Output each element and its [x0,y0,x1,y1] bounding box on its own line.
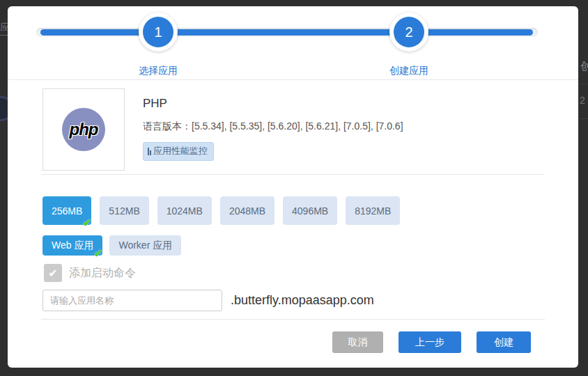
startup-command-label: 添加启动命令 [69,266,136,281]
domain-suffix: .butterfly.mopaasapp.com [231,293,374,308]
app-logo-card: php [42,88,125,171]
startup-command-row: ✔ 添加启动命令 [44,264,578,282]
background-partial-text-right: 创 [580,60,588,73]
step-select-app[interactable]: 1 选择应用 [139,13,178,52]
memory-option-label: 512MB [109,205,139,217]
memory-option-label: 256MB [52,205,82,217]
section-divider [41,174,545,175]
footer-actions: 取消 上一步 创建 [8,320,578,353]
background-divider [579,118,588,119]
performance-monitor-badge: 应用性能监控 [143,142,214,161]
memory-options: 256MB ✔ 512MB 1024MB 2048MB 4096MB 8192M… [42,196,578,225]
app-name-row: .butterfly.mopaasapp.com [42,290,578,311]
startup-command-checkbox[interactable]: ✔ [44,264,62,282]
badge-label: 应用性能监控 [153,145,208,157]
app-type-worker[interactable]: Worker 应用 [109,235,181,256]
app-name-input[interactable] [42,290,222,311]
memory-option-8192mb[interactable]: 8192MB [346,196,400,225]
selected-app-section: php PHP 语言版本：[5.5.34], [5.5.35], [5.6.20… [8,80,578,171]
create-button[interactable]: 创建 [477,331,531,353]
php-logo-icon: php [62,108,105,151]
app-versions: 语言版本：[5.5.34], [5.5.35], [5.6.20], [5.6.… [143,120,403,133]
step-create-app[interactable]: 2 创建应用 [389,13,428,52]
performance-monitor-icon [148,148,151,155]
memory-option-4096mb[interactable]: 4096MB [283,196,337,225]
step-circle: 1 [139,13,178,52]
app-info: PHP 语言版本：[5.5.34], [5.5.35], [5.6.20], [… [143,88,403,171]
app-type-web[interactable]: Web 应用 ✔ [42,235,102,256]
app-type-label: Web 应用 [52,240,93,252]
wizard-stepper: 1 选择应用 2 创建应用 [8,6,578,80]
cancel-button[interactable]: 取消 [332,331,383,353]
app-type-options: Web 应用 ✔ Worker 应用 [42,235,578,256]
step-number: 2 [394,17,424,47]
memory-option-256mb[interactable]: 256MB ✔ [42,196,91,225]
memory-option-label: 2048MB [229,205,265,217]
memory-option-2048mb[interactable]: 2048MB [220,196,274,225]
memory-option-label: 4096MB [292,205,328,217]
background-divider [579,84,588,84]
check-icon: ✔ [83,217,92,228]
step-label: 创建应用 [367,65,451,77]
previous-step-button[interactable]: 上一步 [399,331,461,353]
versions-label: 语言版本： [143,120,192,132]
background-partial-number-right: 2 [580,95,585,106]
stepper-progress-bar [40,29,533,36]
memory-option-512mb[interactable]: 512MB [100,196,148,225]
check-icon: ✔ [94,248,103,258]
memory-option-label: 8192MB [355,205,391,217]
app-type-label: Worker 应用 [118,240,172,252]
app-title: PHP [143,97,403,111]
php-logo-text: php [70,120,98,139]
create-app-modal: 1 选择应用 2 创建应用 php PHP 语言版本：[5.5.34], [5.… [8,6,578,368]
step-circle: 2 [389,13,428,52]
versions-list: [5.5.34], [5.5.35], [5.6.20], [5.6.21], … [192,120,403,132]
step-label: 选择应用 [116,65,200,77]
memory-option-label: 1024MB [167,205,203,217]
step-number: 1 [143,17,173,47]
memory-option-1024mb[interactable]: 1024MB [157,196,212,225]
